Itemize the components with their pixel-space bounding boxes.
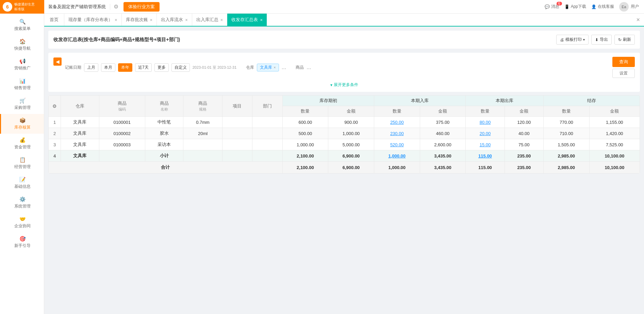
messages-btn[interactable]: 💬 消息 6 [545, 4, 559, 10]
date-btn-last-month[interactable]: 上月 [84, 63, 98, 72]
date-btn-this-month[interactable]: 本月 [101, 63, 115, 72]
warehouse-tag[interactable]: 文具库 × [257, 64, 279, 71]
settings-gear-icon[interactable]: ⚙ [110, 3, 122, 10]
tab-close-flow[interactable]: × [185, 18, 188, 22]
date-btn-this-year[interactable]: 本年 [118, 63, 132, 72]
query-btn[interactable]: 查询 [612, 57, 635, 67]
tab-close-batch[interactable]: × [150, 18, 153, 22]
online-service-btn[interactable]: 👤 在线客服 [591, 4, 614, 10]
warehouse-tag-close[interactable]: × [274, 65, 276, 69]
date-btn-7days[interactable]: 近7天 [135, 63, 152, 72]
sales-icon: 📊 [19, 78, 26, 84]
tab-recv-send[interactable]: 收发存汇总表 × [227, 14, 267, 26]
tab-bar-close-btn[interactable]: × [632, 16, 644, 23]
logo-circle: 6 [3, 2, 12, 12]
table-settings-icon[interactable]: ⚙ [52, 103, 57, 109]
system-title: 装备及固定资产辅助管理系统 [44, 4, 110, 10]
trial-btn[interactable]: 体验行业方案 [123, 2, 160, 12]
chevron-down-icon2: ▾ [330, 83, 332, 87]
sidebar-item-system[interactable]: ⚙️ 系统管理 [0, 193, 44, 213]
logo-area: 6 畅捷通好生意 标准版 [0, 0, 44, 14]
refresh-icon: ↻ [618, 37, 622, 42]
warehouse-dots[interactable]: ... [282, 64, 286, 70]
table-row: 1文具库0100001中性笔0.7mm600.00900.00250.00375… [49, 117, 640, 128]
table-row: 4文具库小计2,100.006,900.001,000.003,435.0011… [49, 150, 640, 162]
tab-batch[interactable]: 库存批次账 × [122, 14, 157, 26]
tab-flow[interactable]: 出入库流水 × [157, 14, 192, 26]
warehouse-filter-label: 仓库 [246, 65, 254, 70]
sidebar-item-enterprise[interactable]: 🤝 企业协同 [0, 213, 44, 232]
finance-icon: 💰 [19, 137, 26, 143]
marketing-icon: 📢 [19, 58, 26, 64]
phone-icon: 📱 [564, 4, 569, 9]
sidebar-item-basic[interactable]: 📝 基础信息 [0, 173, 44, 193]
table-row: 3文具库0100003采访本1,000.005,000.00520.002,60… [49, 139, 640, 150]
tab-summary[interactable]: 出入库汇总 × [192, 14, 228, 26]
message-icon: 💬 [545, 4, 550, 9]
refresh-btn[interactable]: ↻ 刷新 [614, 35, 635, 45]
sidebar: 🔍 搜索菜单 🏠 快捷导航 📢 营销推广 📊 销售管理 🛒 采购管理 📦 库存核… [0, 14, 44, 314]
inventory-icon: 📦 [19, 117, 26, 123]
date-range-display: 2023-01-01 至 2023-12-31 [193, 65, 237, 70]
tab-bar: 首页 现存量（库存分布表） × 库存批次账 × 出入库流水 × 出入库汇总 × … [44, 14, 644, 27]
sidebar-item-marketing[interactable]: 📢 营销推广 [0, 55, 44, 75]
export-icon: ⬇ [595, 37, 598, 42]
sidebar-item-search[interactable]: 🔍 搜索菜单 [0, 15, 44, 35]
expand-more-btn[interactable]: ▾ 展开更多条件 [330, 82, 358, 88]
date-btn-custom[interactable]: 自定义 [171, 63, 190, 72]
tab-home[interactable]: 首页 [44, 14, 64, 26]
tab-close-summary[interactable]: × [220, 18, 223, 22]
service-icon: 👤 [591, 4, 596, 9]
filter-collapse-btn[interactable]: ◀ [53, 57, 62, 66]
user-label: 用户 [631, 4, 639, 10]
goods-dots[interactable]: ... [307, 64, 311, 70]
home-icon: 🏠 [19, 38, 26, 45]
basic-icon: 📝 [19, 177, 26, 183]
export-btn[interactable]: ⬇ 导出 [591, 35, 612, 45]
sidebar-item-quick-nav[interactable]: 🏠 快捷导航 [0, 35, 44, 55]
page-title: 收发存汇总表(按仓库+商品编码+商品+规格型号+项目+部门) [53, 37, 556, 43]
filter-area: ◀ 记账日期 上月 本月 本年 近7天 更多 自定义 2023-01-01 至 [48, 53, 640, 92]
operations-icon: 📋 [19, 157, 26, 163]
table-row: 2文具库0100002胶水20ml500.001,000.00230.00460… [49, 128, 640, 139]
search-icon: 🔍 [19, 19, 26, 25]
table-container: ⚙ 仓库 商品编码 商品名称 商品规格 项目 部门 库存期初 本期入库 本期出库… [48, 95, 640, 173]
tab-close-recv-send[interactable]: × [260, 18, 263, 22]
message-badge: 6 [557, 2, 562, 5]
sidebar-item-finance[interactable]: 💰 资金管理 [0, 134, 44, 153]
setting-filter-btn[interactable]: 设置 [612, 69, 635, 78]
sidebar-item-newbie[interactable]: 🎯 新手引导 [0, 232, 44, 252]
print-btn[interactable]: 🖨 模板打印 ▾ [556, 35, 589, 45]
tab-inventory-dist[interactable]: 现存量（库存分布表） × [64, 14, 122, 26]
user-area[interactable]: Ea 用户 [619, 2, 639, 12]
table-footer-row: 合计 2,100.00 6,900.00 1,000.00 3,435.00 1… [49, 162, 640, 173]
logo-text: 畅捷通好生意 标准版 [14, 2, 35, 12]
newbie-icon: 🎯 [19, 236, 26, 242]
sidebar-item-inventory[interactable]: 📦 库存核算 [0, 114, 44, 134]
purchase-icon: 🛒 [19, 98, 26, 104]
user-avatar: Ea [619, 2, 629, 12]
tab-close-inventory-dist[interactable]: × [115, 18, 117, 22]
enterprise-icon: 🤝 [19, 216, 26, 222]
sidebar-item-purchase[interactable]: 🛒 采购管理 [0, 94, 44, 114]
sidebar-item-operations[interactable]: 📋 经营管理 [0, 153, 44, 173]
main-content: 首页 现存量（库存分布表） × 库存批次账 × 出入库流水 × 出入库汇总 × … [44, 14, 644, 314]
chevron-down-icon: ▾ [583, 38, 585, 42]
system-icon: ⚙️ [19, 196, 26, 202]
page-area: 收发存汇总表(按仓库+商品编码+商品+规格型号+项目+部门) 🖨 模板打印 ▾ … [44, 27, 644, 314]
printer-icon: 🖨 [560, 37, 564, 42]
app-download-btn[interactable]: 📱 App下载 [564, 4, 586, 10]
date-btn-more[interactable]: 更多 [154, 63, 169, 72]
date-label: 记账日期 [65, 65, 81, 70]
sidebar-item-sales[interactable]: 📊 销售管理 [0, 75, 44, 94]
goods-filter-label: 商品 [296, 65, 304, 70]
